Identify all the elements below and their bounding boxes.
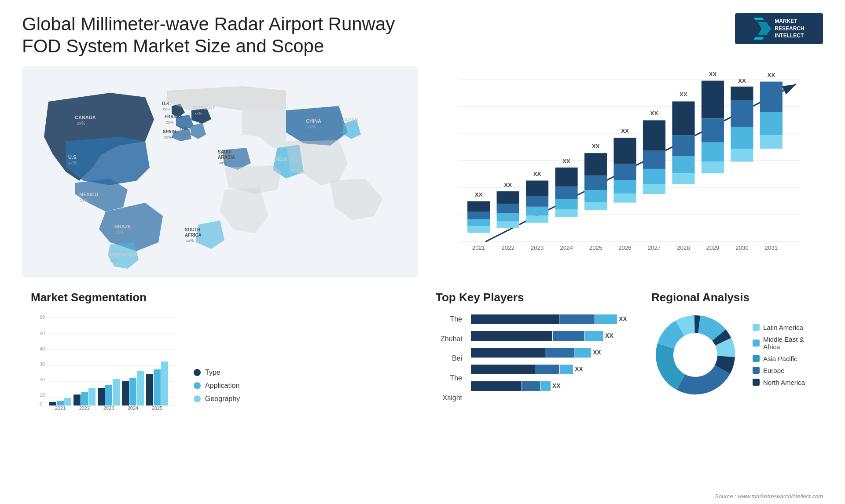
legend-label-type: Type xyxy=(205,369,220,376)
svg-rect-161 xyxy=(471,381,522,391)
svg-rect-65 xyxy=(555,186,577,199)
map-area: CANADA xx% U.S. xx% MEXICO xx% BRAZIL xx… xyxy=(22,66,418,278)
svg-text:60: 60 xyxy=(40,314,45,320)
svg-rect-143 xyxy=(161,362,168,405)
svg-rect-66 xyxy=(555,168,577,186)
svg-rect-133 xyxy=(98,388,105,405)
logo-line3: INTELLECT xyxy=(775,32,804,40)
svg-rect-157 xyxy=(471,365,535,374)
svg-text:2030: 2030 xyxy=(735,245,749,251)
svg-rect-146 xyxy=(559,314,595,324)
legend-color-europe xyxy=(753,367,760,374)
svg-rect-105 xyxy=(760,135,783,149)
svg-text:2028: 2028 xyxy=(677,245,690,251)
svg-text:xx%: xx% xyxy=(163,107,170,111)
svg-text:40: 40 xyxy=(40,346,45,351)
svg-text:xx%: xx% xyxy=(166,120,173,124)
legend-asia-pacific: Asia Pacific xyxy=(753,355,805,362)
donut-legend: Latin America Middle East &Africa Asia P… xyxy=(753,324,805,386)
svg-rect-81 xyxy=(643,184,665,194)
svg-rect-125 xyxy=(49,402,56,405)
svg-rect-84 xyxy=(643,120,665,150)
legend-color-na xyxy=(753,379,760,386)
svg-text:20: 20 xyxy=(40,377,45,382)
svg-rect-82 xyxy=(643,169,665,184)
svg-text:FRANCE: FRANCE xyxy=(165,114,183,119)
svg-text:XX: XX xyxy=(504,182,512,188)
svg-text:xx%: xx% xyxy=(77,121,85,126)
svg-rect-131 xyxy=(88,388,96,405)
svg-text:XX: XX xyxy=(650,110,658,117)
player-name-4: The xyxy=(436,372,462,385)
svg-rect-153 xyxy=(471,348,545,358)
player-name-3: Bei xyxy=(436,352,462,365)
svg-rect-47 xyxy=(467,212,490,219)
legend-label-apac: Asia Pacific xyxy=(763,355,797,362)
svg-text:2026: 2026 xyxy=(618,245,632,251)
svg-rect-151 xyxy=(585,331,603,341)
svg-text:2023: 2023 xyxy=(531,245,544,251)
svg-text:xx%: xx% xyxy=(80,198,88,203)
svg-text:XX: XX xyxy=(738,77,746,84)
svg-rect-147 xyxy=(595,314,617,324)
svg-text:XX: XX xyxy=(605,332,614,339)
svg-text:BRAZIL: BRAZIL xyxy=(114,224,132,229)
svg-text:XX: XX xyxy=(562,157,570,164)
svg-rect-83 xyxy=(643,150,665,169)
svg-text:XX: XX xyxy=(709,71,717,77)
svg-rect-155 xyxy=(574,348,591,358)
svg-text:CANADA: CANADA xyxy=(75,115,96,120)
svg-rect-46 xyxy=(467,219,490,226)
svg-rect-101 xyxy=(731,100,753,127)
svg-rect-137 xyxy=(122,381,129,405)
legend-dot-application xyxy=(194,382,201,389)
legend-item-type: Type xyxy=(194,369,240,376)
player-name-5: Xsight xyxy=(436,392,462,405)
svg-rect-129 xyxy=(73,394,81,405)
svg-text:10: 10 xyxy=(40,392,45,398)
svg-text:XX: XX xyxy=(768,72,775,78)
legend-item-geography: Geography xyxy=(194,395,240,403)
logo-line2: RESEARCH xyxy=(775,25,804,33)
svg-text:2025: 2025 xyxy=(589,245,603,251)
svg-text:2023: 2023 xyxy=(103,405,114,411)
page-container: Global Millimeter-wave Radar Airport Run… xyxy=(0,0,845,504)
legend-color-latin xyxy=(753,324,760,331)
svg-rect-58 xyxy=(526,207,548,215)
svg-rect-138 xyxy=(129,378,136,405)
key-players-title: Top Key Players xyxy=(436,291,629,304)
svg-rect-158 xyxy=(535,365,559,374)
svg-text:50: 50 xyxy=(40,331,45,336)
player-name-1: The xyxy=(436,313,462,326)
svg-text:XX: XX xyxy=(592,143,600,150)
svg-rect-76 xyxy=(614,180,636,194)
svg-rect-54 xyxy=(497,191,519,204)
svg-rect-130 xyxy=(81,392,88,405)
svg-rect-142 xyxy=(154,369,161,405)
svg-rect-99 xyxy=(731,149,753,162)
svg-text:2022: 2022 xyxy=(79,405,90,411)
svg-rect-127 xyxy=(64,398,71,405)
segmentation-chart-svg: 60 50 40 30 20 10 0 xyxy=(31,311,180,412)
svg-rect-77 xyxy=(614,164,636,180)
svg-text:xx%: xx% xyxy=(180,132,188,136)
svg-text:xx%: xx% xyxy=(164,135,172,139)
svg-text:AFRICA: AFRICA xyxy=(185,233,202,237)
svg-rect-126 xyxy=(57,401,64,405)
svg-rect-102 xyxy=(731,87,753,100)
svg-rect-149 xyxy=(471,331,552,341)
svg-rect-90 xyxy=(672,101,694,135)
svg-text:2021: 2021 xyxy=(55,405,66,411)
legend-dot-geography xyxy=(194,395,201,402)
logo-icon xyxy=(753,18,771,40)
legend-color-mea xyxy=(753,340,760,347)
svg-rect-106 xyxy=(760,112,783,135)
svg-rect-145 xyxy=(471,314,559,324)
svg-rect-75 xyxy=(614,194,636,202)
svg-text:ARABIA: ARABIA xyxy=(218,155,235,160)
svg-text:XX: XX xyxy=(680,91,687,98)
svg-rect-139 xyxy=(137,371,144,405)
svg-rect-64 xyxy=(555,199,577,209)
players-area: Top Key Players The Zhuhai Bei The Xsigh… xyxy=(427,286,823,491)
donut-chart-svg xyxy=(651,311,739,399)
